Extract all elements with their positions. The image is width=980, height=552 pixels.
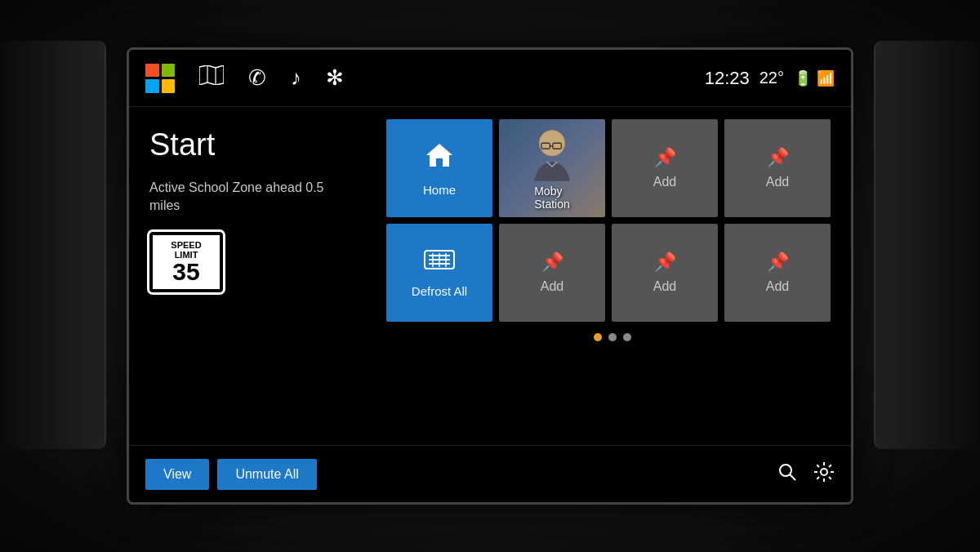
pin-icon-4: 📌	[654, 252, 676, 273]
tile-add-2[interactable]: 📌 Add	[724, 119, 831, 217]
speed-limit-label: SPEEDLIMIT	[158, 240, 215, 260]
add-label-5: Add	[766, 279, 789, 294]
moby-tile-label: MobyStation	[534, 185, 570, 211]
top-bar-right: 12:23 22° 🔋 📶	[705, 68, 835, 89]
page-dot-2[interactable]	[608, 333, 617, 341]
phone-icon[interactable]: ✆	[248, 65, 266, 91]
tile-add-4[interactable]: 📌 Add	[612, 224, 718, 322]
map-icon[interactable]	[199, 65, 224, 91]
add-label-1: Add	[653, 175, 676, 189]
status-icons: 🔋 📶	[794, 69, 835, 87]
screen-frame: ✆ ♪ ✻ 12:23 22° 🔋 📶 Start Ac	[127, 47, 853, 505]
add-label-3: Add	[541, 279, 564, 294]
home-tile-label: Home	[423, 183, 456, 197]
tile-add-1[interactable]: 📌 Add	[612, 119, 718, 217]
main-content: Start Active School Zone ahead 0.5 miles…	[129, 107, 851, 445]
svg-marker-0	[199, 65, 224, 85]
notification-text: Active School Zone ahead 0.5 miles	[149, 179, 354, 216]
tiles-panel: Home	[374, 107, 851, 445]
bottom-bar-right	[777, 461, 835, 487]
tile-add-5[interactable]: 📌 Add	[724, 224, 831, 322]
svg-point-15	[780, 465, 791, 476]
tiles-row-1: Home	[386, 119, 839, 217]
battery-icon: 🔋	[794, 69, 812, 87]
home-icon	[425, 140, 454, 176]
pin-icon-1: 📌	[654, 147, 676, 168]
pin-icon-3: 📌	[541, 252, 564, 273]
pin-icon-2: 📌	[767, 147, 789, 168]
view-button[interactable]: View	[145, 459, 209, 490]
page-dot-3[interactable]	[623, 333, 631, 341]
vent-right	[874, 41, 980, 449]
svg-line-16	[790, 474, 795, 480]
settings-icon[interactable]	[813, 461, 835, 487]
tiles-row-2: Defrost All 📌 Add 📌 Add 📌	[386, 224, 839, 322]
add-label-4: Add	[653, 279, 676, 294]
tile-moby-station[interactable]: MobyStation	[499, 119, 605, 217]
windows-logo[interactable]	[145, 64, 175, 93]
top-bar-left: ✆ ♪ ✻	[145, 64, 705, 93]
tile-home[interactable]: Home	[386, 119, 492, 217]
signal-icon: 📶	[817, 69, 835, 87]
svg-point-17	[821, 469, 827, 475]
vent-left	[0, 41, 106, 449]
music-icon[interactable]: ♪	[291, 65, 301, 91]
speed-limit-sign: SPEEDLIMIT 35	[149, 232, 223, 292]
defrost-tile-label: Defrost All	[412, 284, 467, 298]
speed-limit-number: 35	[158, 260, 215, 284]
add-label-2: Add	[766, 175, 789, 189]
left-panel: Start Active School Zone ahead 0.5 miles…	[129, 107, 374, 445]
temp-display: 22°	[760, 69, 784, 87]
page-title: Start	[149, 127, 354, 162]
defrost-icon	[423, 247, 456, 278]
search-icon[interactable]	[777, 462, 797, 487]
tile-add-3[interactable]: 📌 Add	[499, 224, 605, 322]
tile-defrost[interactable]: Defrost All	[386, 224, 492, 322]
moby-content: MobyStation	[528, 119, 577, 217]
unmute-all-button[interactable]: Unmute All	[217, 459, 316, 490]
top-bar: ✆ ♪ ✻ 12:23 22° 🔋 📶	[129, 50, 851, 107]
svg-marker-3	[426, 144, 452, 167]
time-display: 12:23	[705, 68, 750, 89]
pin-icon-5: 📌	[767, 252, 789, 273]
fan-icon[interactable]: ✻	[326, 65, 344, 91]
bottom-bar: View Unmute All	[129, 445, 851, 502]
car-background: ✆ ♪ ✻ 12:23 22° 🔋 📶 Start Ac	[0, 0, 980, 552]
page-dots	[386, 328, 839, 346]
page-dot-1[interactable]	[594, 333, 602, 341]
